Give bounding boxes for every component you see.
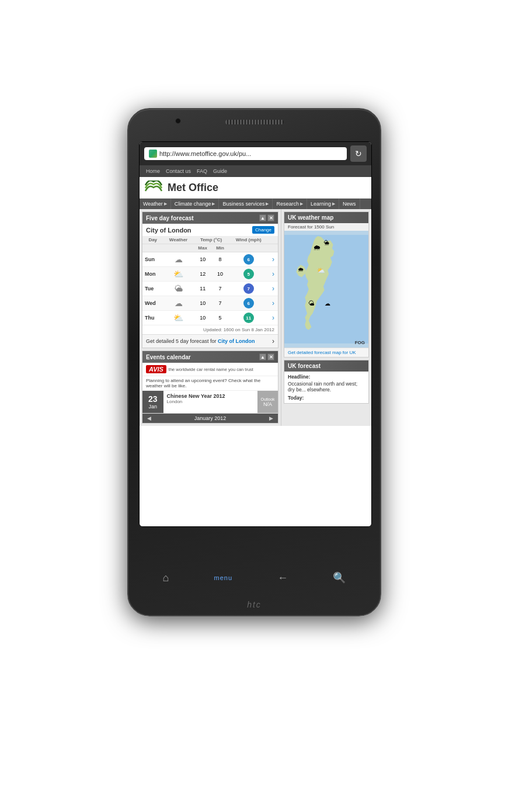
event-city: London xyxy=(167,399,254,404)
day-mon: Mon xyxy=(142,267,163,282)
min-thu: 5 xyxy=(212,311,229,325)
nav-guide[interactable]: Guide xyxy=(210,167,230,175)
event-item[interactable]: 23 Jan Chinese New Year 2012 London Outl… xyxy=(142,391,278,414)
table-row[interactable]: Sun ☁ 10 8 6 › xyxy=(142,252,278,267)
table-row[interactable]: Wed ☁ 10 7 6 › xyxy=(142,296,278,311)
avis-logo: AVIS xyxy=(146,365,166,373)
speaker-grille xyxy=(225,120,284,124)
nav-back-button[interactable]: ← xyxy=(277,572,288,584)
cal-next-arrow[interactable]: ▶ xyxy=(269,415,273,421)
row-arrow-sun[interactable]: › xyxy=(269,252,278,267)
forecast-headline-label: Headline: xyxy=(288,374,365,380)
uk-forecast-text-widget: UK forecast Headline: Occasional rain no… xyxy=(284,360,369,404)
nav-home[interactable]: Home xyxy=(143,167,163,175)
reload-button[interactable]: ↻ xyxy=(350,145,367,162)
nav-news[interactable]: News xyxy=(339,199,360,209)
nav-business-arrow: ▶ xyxy=(266,202,269,206)
day-thu: Thu xyxy=(142,311,163,325)
row-arrow-thu[interactable]: › xyxy=(269,311,278,325)
site-top-nav: Home Contact us FAQ Guide xyxy=(140,165,371,177)
event-info: Chinese New Year 2012 London xyxy=(163,391,257,413)
col-day: Day xyxy=(142,236,163,244)
events-description: Planning to attend an upcoming event? Ch… xyxy=(142,376,278,391)
met-office-logo-text: Met Office xyxy=(168,182,218,194)
events-widget-controls: ▲ ✕ xyxy=(259,353,274,360)
today-label: Today: xyxy=(288,395,365,401)
event-title: Chinese New Year 2012 xyxy=(167,393,254,399)
nav-search-button[interactable]: 🔍 xyxy=(333,571,346,584)
left-column: Five day forecast ▲ ✕ City of London Cha… xyxy=(140,209,281,426)
min-mon: 10 xyxy=(212,267,229,282)
nav-menu-button[interactable]: menu xyxy=(214,574,233,581)
max-wed: 10 xyxy=(194,296,212,311)
site-content[interactable]: Home Contact us FAQ Guide Met Office xyxy=(140,165,371,504)
avis-tagline: the worldwide car rental name you can tr… xyxy=(169,367,253,372)
svg-text:🌧: 🌧 xyxy=(313,243,321,252)
table-row[interactable]: Tue 🌥 11 7 7 › xyxy=(142,282,278,296)
events-calendar-widget: Events calendar ▲ ✕ AVIS the worldwide c… xyxy=(142,351,278,424)
widget-up-btn[interactable]: ▲ xyxy=(259,214,266,221)
forecast-link-arrow: › xyxy=(272,337,274,345)
wind-sun: 6 xyxy=(228,252,269,267)
widget-controls: ▲ ✕ xyxy=(259,214,274,221)
widget-close-btn[interactable]: ✕ xyxy=(267,214,274,221)
site-header: Met Office xyxy=(140,177,371,199)
change-location-button[interactable]: Change xyxy=(252,226,274,234)
nav-research-arrow: ▶ xyxy=(300,202,303,206)
nav-weather[interactable]: Weather ▶ xyxy=(140,199,171,209)
map-detail-link[interactable]: Get detailed forecast map for UK xyxy=(284,348,368,357)
nav-contact[interactable]: Contact us xyxy=(163,167,194,175)
weather-icon-tue: 🌥 xyxy=(163,282,193,296)
min-tue: 7 xyxy=(212,282,229,296)
nav-faq[interactable]: FAQ xyxy=(194,167,210,175)
scene: http://www.metoffice.gov.uk/pu... ↻ Home… xyxy=(0,0,505,812)
weather-icon-mon: ⛅ xyxy=(163,267,193,282)
nav-home-button[interactable]: ⌂ xyxy=(163,572,169,584)
table-row[interactable]: Mon ⛅ 12 10 5 › xyxy=(142,267,278,282)
location-name: City of London xyxy=(146,227,191,234)
svg-text:🌤: 🌤 xyxy=(308,300,315,307)
event-date: 23 Jan xyxy=(142,391,163,413)
events-close-btn[interactable]: ✕ xyxy=(267,353,274,360)
wind-tue: 7 xyxy=(228,282,269,296)
events-widget-header: Events calendar ▲ ✕ xyxy=(142,351,278,363)
forecast-title: Five day forecast xyxy=(146,215,194,221)
col-min: Min xyxy=(212,244,229,252)
map-subtitle: Forecast for 1500 Sun xyxy=(284,223,368,231)
row-arrow-tue[interactable]: › xyxy=(269,282,278,296)
max-sun: 10 xyxy=(194,252,212,267)
forecast-rows: Sun ☁ 10 8 6 › Mon ⛅ xyxy=(142,252,278,325)
col-weather: Weather xyxy=(163,236,193,244)
nav-climate[interactable]: Climate change ▶ xyxy=(171,199,220,209)
forecast-updated: Updated: 1600 on Sun 8 Jan 2012 xyxy=(142,325,278,334)
map-title: UK weather map xyxy=(288,214,333,221)
row-arrow-wed[interactable]: › xyxy=(269,296,278,311)
cal-prev-arrow[interactable]: ◀ xyxy=(147,415,151,421)
met-office-logo-icon xyxy=(144,181,163,195)
wind-wed: 6 xyxy=(228,296,269,311)
forecast-detail-link[interactable]: Get detailed 5 day forecast for City of … xyxy=(142,334,278,348)
nav-research[interactable]: Research ▶ xyxy=(273,199,307,209)
nav-climate-arrow: ▶ xyxy=(212,202,215,206)
forecast-table: Day Weather Temp (°C) Wind (mph) xyxy=(142,236,278,325)
forecast-headline-text: Occasional rain north and west; dry be..… xyxy=(288,381,365,393)
col-spacer xyxy=(269,236,278,244)
uk-map-svg: 🌧 ⛅ 🌤 ☁ 🌦 🌧 xyxy=(284,231,368,348)
nav-weather-arrow: ▶ xyxy=(164,202,167,206)
url-bar[interactable]: http://www.metoffice.gov.uk/pu... xyxy=(144,147,347,160)
event-day-number: 23 xyxy=(148,394,158,404)
uk-map-area[interactable]: 🌧 ⛅ 🌤 ☁ 🌦 🌧 xyxy=(284,231,368,348)
table-row[interactable]: Thu ⛅ 10 5 11 › xyxy=(142,311,278,325)
nav-learning[interactable]: Learning ▶ xyxy=(307,199,339,209)
forecast-link-location: City of London xyxy=(218,338,255,344)
row-arrow-mon[interactable]: › xyxy=(269,267,278,282)
weather-icon-sun: ☁ xyxy=(163,252,193,267)
nav-business[interactable]: Business services ▶ xyxy=(219,199,273,209)
five-day-forecast-widget: Five day forecast ▲ ✕ City of London Cha… xyxy=(142,211,278,348)
browser-bar: http://www.metoffice.gov.uk/pu... ↻ xyxy=(140,142,371,165)
svg-text:🌦: 🌦 xyxy=(323,240,329,246)
site-favicon xyxy=(149,150,157,158)
uk-forecast-title: UK forecast xyxy=(288,363,321,369)
front-camera xyxy=(175,118,181,124)
events-up-btn[interactable]: ▲ xyxy=(259,353,266,360)
